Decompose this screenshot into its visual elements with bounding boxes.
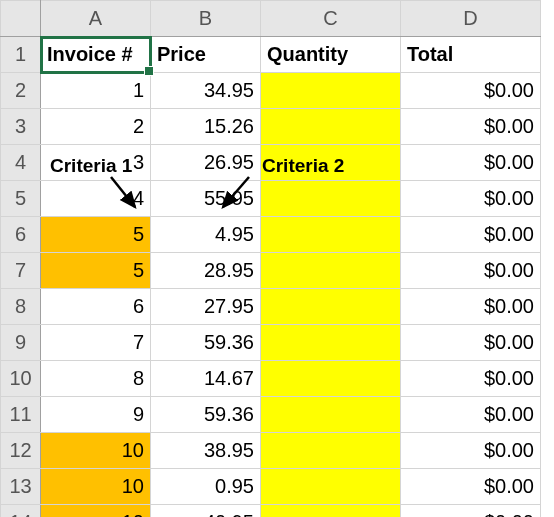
row-header[interactable]: 7	[1, 253, 41, 289]
cell-price[interactable]: 28.95	[151, 253, 261, 289]
cell-invoice[interactable]: 6	[41, 289, 151, 325]
cell-total[interactable]: $0.00	[401, 361, 541, 397]
col-header-d[interactable]: D	[401, 1, 541, 37]
cell-price[interactable]: 0.95	[151, 469, 261, 505]
cell-price[interactable]: 27.95	[151, 289, 261, 325]
cell-b1[interactable]: Price	[151, 37, 261, 73]
cell-total[interactable]: $0.00	[401, 325, 541, 361]
col-header-b[interactable]: B	[151, 1, 261, 37]
cell-quantity[interactable]	[261, 181, 401, 217]
cell-quantity[interactable]	[261, 505, 401, 518]
cell-invoice[interactable]: 5	[41, 217, 151, 253]
row-header[interactable]: 10	[1, 361, 41, 397]
cell-price[interactable]: 15.26	[151, 109, 261, 145]
cell-invoice[interactable]: 4	[41, 181, 151, 217]
row-header[interactable]: 9	[1, 325, 41, 361]
cell-total[interactable]: $0.00	[401, 433, 541, 469]
cell-price[interactable]: 26.95	[151, 145, 261, 181]
cell-quantity[interactable]	[261, 145, 401, 181]
row-header[interactable]: 8	[1, 289, 41, 325]
cell-c1[interactable]: Quantity	[261, 37, 401, 73]
cell-total[interactable]: $0.00	[401, 73, 541, 109]
cell-total[interactable]: $0.00	[401, 289, 541, 325]
cell-quantity[interactable]	[261, 217, 401, 253]
cell-total[interactable]: $0.00	[401, 145, 541, 181]
row-header[interactable]: 6	[1, 217, 41, 253]
cell-quantity[interactable]	[261, 361, 401, 397]
cell-total[interactable]: $0.00	[401, 109, 541, 145]
cell-price[interactable]: 59.36	[151, 325, 261, 361]
row-header[interactable]: 3	[1, 109, 41, 145]
cell-quantity[interactable]	[261, 469, 401, 505]
cell-quantity[interactable]	[261, 325, 401, 361]
row-header[interactable]: 11	[1, 397, 41, 433]
cell-total[interactable]: $0.00	[401, 253, 541, 289]
cell-total[interactable]: $0.00	[401, 505, 541, 518]
row-header[interactable]: 4	[1, 145, 41, 181]
cell-a1[interactable]: Invoice #	[41, 37, 151, 73]
cell-invoice[interactable]: 1	[41, 73, 151, 109]
cell-quantity[interactable]	[261, 289, 401, 325]
cell-quantity[interactable]	[261, 397, 401, 433]
cell-invoice[interactable]: 8	[41, 361, 151, 397]
select-all-corner[interactable]	[1, 1, 41, 37]
cell-total[interactable]: $0.00	[401, 469, 541, 505]
cell-price[interactable]: 55.95	[151, 181, 261, 217]
cell-quantity[interactable]	[261, 253, 401, 289]
cell-d1[interactable]: Total	[401, 37, 541, 73]
row-header[interactable]: 12	[1, 433, 41, 469]
cell-total[interactable]: $0.00	[401, 217, 541, 253]
cell-quantity[interactable]	[261, 73, 401, 109]
cell-invoice[interactable]: 10	[41, 469, 151, 505]
cell-invoice[interactable]: 7	[41, 325, 151, 361]
cell-price[interactable]: 14.67	[151, 361, 261, 397]
row-header[interactable]: 2	[1, 73, 41, 109]
cell-total[interactable]: $0.00	[401, 181, 541, 217]
cell-quantity[interactable]	[261, 433, 401, 469]
cell-price[interactable]: 4.95	[151, 217, 261, 253]
row-header[interactable]: 14	[1, 505, 41, 518]
cell-invoice[interactable]: 3	[41, 145, 151, 181]
cell-price[interactable]: 40.95	[151, 505, 261, 518]
spreadsheet-grid[interactable]: A B C D 1 Invoice # Price Quantity Total…	[0, 0, 541, 517]
cell-invoice[interactable]: 10	[41, 505, 151, 518]
cell-invoice[interactable]: 10	[41, 433, 151, 469]
cell-invoice[interactable]: 2	[41, 109, 151, 145]
cell-price[interactable]: 38.95	[151, 433, 261, 469]
col-header-a[interactable]: A	[41, 1, 151, 37]
cell-price[interactable]: 59.36	[151, 397, 261, 433]
row-header[interactable]: 13	[1, 469, 41, 505]
cell-price[interactable]: 34.95	[151, 73, 261, 109]
row-header[interactable]: 5	[1, 181, 41, 217]
cell-total[interactable]: $0.00	[401, 397, 541, 433]
cell-invoice[interactable]: 9	[41, 397, 151, 433]
cell-invoice[interactable]: 5	[41, 253, 151, 289]
col-header-c[interactable]: C	[261, 1, 401, 37]
cell-quantity[interactable]	[261, 109, 401, 145]
row-header[interactable]: 1	[1, 37, 41, 73]
